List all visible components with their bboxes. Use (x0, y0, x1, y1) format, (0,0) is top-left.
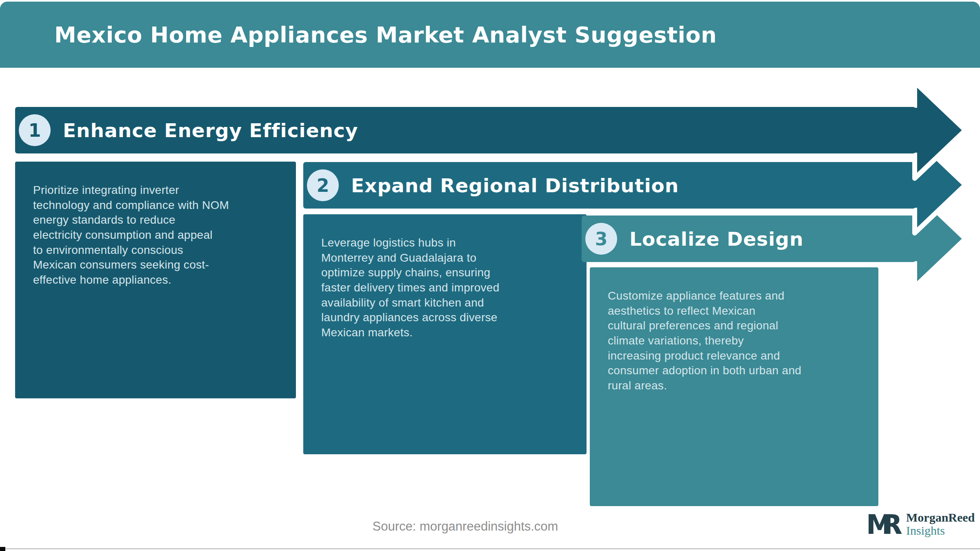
step-bar: 3 Localize Design (582, 216, 916, 262)
step-description-box-3: Customize appliance features and aesthet… (590, 267, 878, 506)
step-heading: Localize Design (629, 228, 804, 250)
infographic-slide: Mexico Home Appliances Market Analyst Su… (0, 0, 980, 551)
bottom-border-line (0, 548, 980, 549)
arrow-joint (910, 108, 920, 153)
step-description: Customize appliance features and aesthet… (608, 289, 863, 393)
arrow-head-icon (911, 77, 973, 183)
screenshot-artifact (0, 547, 5, 551)
step-heading: Expand Regional Distribution (351, 174, 679, 197)
step-bar: 1 Enhance Energy Efficiency (15, 107, 916, 153)
logo-subtitle: Insights (906, 524, 975, 537)
step-number-badge: 1 (19, 114, 51, 146)
brand-logo: M R MorganReed Insights (867, 511, 975, 537)
logo-monogram-icon: M R (867, 511, 902, 537)
page-title: Mexico Home Appliances Market Analyst Su… (54, 22, 717, 48)
logo-text: MorganReed Insights (906, 511, 975, 537)
source-note: Source: morganreedinsights.com (0, 519, 931, 534)
step-bar: 2 Expand Regional Distribution (303, 162, 916, 209)
step-number-badge: 3 (585, 223, 617, 255)
svg-text:R: R (882, 511, 902, 537)
header-banner: Mexico Home Appliances Market Analyst Su… (0, 2, 980, 68)
logo-name: MorganReed (906, 511, 975, 524)
step-heading: Enhance Energy Efficiency (63, 119, 358, 142)
step-description: Leverage logistics hubs in Monterrey and… (321, 236, 571, 340)
step-description-box-2: Leverage logistics hubs in Monterrey and… (303, 214, 587, 454)
step-description: Prioritize integrating inverter technolo… (33, 183, 280, 288)
step-description-box-1: Prioritize integrating inverter technolo… (15, 162, 296, 398)
step-number-badge: 2 (307, 169, 339, 201)
